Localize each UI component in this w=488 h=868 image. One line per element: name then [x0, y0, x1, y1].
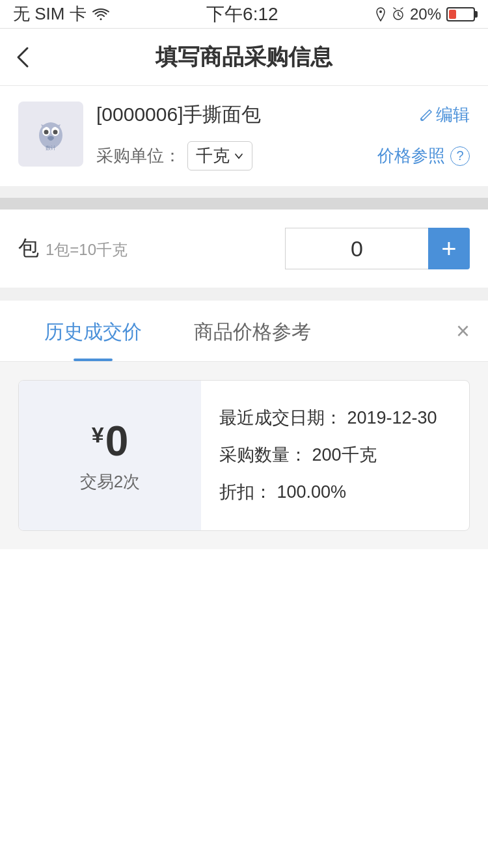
unit-row: 采购单位： 千克 价格参照 ? — [96, 141, 470, 170]
tab-close-button[interactable]: × — [456, 318, 470, 345]
svg-line-3 — [398, 15, 400, 16]
history-price-area: ¥ 0 交易2次 — [19, 381, 201, 530]
quantity-left: 包 1包=10千克 — [18, 234, 128, 263]
battery-indicator — [446, 7, 475, 21]
tab-product-price-label: 商品价格参考 — [194, 321, 311, 342]
svg-line-5 — [401, 8, 403, 9]
quantity-value: 0 — [351, 236, 363, 262]
history-details: 最近成交日期： 2019-12-30 采购数量： 200千克 折扣： 100.0… — [201, 381, 469, 530]
edit-label: 编辑 — [436, 103, 470, 126]
price-ref-button[interactable]: 价格参照 ? — [377, 144, 470, 167]
tab-section: 历史成交价 商品价格参考 × — [0, 301, 488, 362]
product-name: [0000006]手撕面包 — [96, 102, 261, 128]
history-card: ¥ 0 交易2次 最近成交日期： 2019-12-30 采购数量： 200千克 … — [18, 380, 470, 531]
price-ref-label: 价格参照 — [377, 144, 445, 167]
status-left: 无 SIM 卡 — [13, 3, 110, 25]
unit-select[interactable]: 千克 — [187, 141, 252, 170]
quantity-right: 0 + — [285, 228, 470, 269]
product-row: 数计 [0000006]手撕面包 编辑 采购单位： — [18, 102, 470, 170]
unit-label: 采购单位： — [96, 144, 181, 167]
product-logo: 数计 — [31, 115, 70, 154]
history-content: ¥ 0 交易2次 最近成交日期： 2019-12-30 采购数量： 200千克 … — [0, 362, 488, 549]
sim-label: 无 SIM 卡 — [13, 3, 87, 25]
currency-symbol: ¥ — [92, 422, 104, 448]
trade-count: 交易2次 — [80, 470, 140, 493]
tab-history-price[interactable]: 历史成交价 — [18, 301, 168, 361]
product-section: 数计 [0000006]手撕面包 编辑 采购单位： — [0, 86, 488, 186]
recent-date-value: 2019-12-30 — [347, 408, 437, 427]
purchase-qty-label: 采购数量： — [219, 445, 307, 465]
recent-date-label: 最近成交日期： — [219, 408, 342, 427]
quantity-unit-desc: 1包=10千克 — [46, 239, 128, 260]
status-bar: 无 SIM 卡 下午6:12 20% — [0, 0, 488, 29]
product-info: [0000006]手撕面包 编辑 采购单位： 千克 — [96, 102, 470, 170]
chevron-down-icon — [234, 151, 244, 161]
purchase-qty-row: 采购数量： 200千克 — [219, 441, 451, 469]
tab-product-price-ref[interactable]: 商品价格参考 — [168, 301, 337, 361]
page-title: 填写商品采购信息 — [156, 42, 332, 72]
battery-fill — [449, 10, 456, 19]
discount-row: 折扣： 100.00% — [219, 478, 451, 506]
edit-button[interactable]: 编辑 — [419, 103, 470, 126]
nav-bar: 填写商品采购信息 — [0, 29, 488, 86]
svg-text:数计: 数计 — [46, 145, 56, 151]
status-time: 下午6:12 — [206, 2, 278, 27]
unit-value: 千克 — [196, 144, 230, 167]
status-right: 20% — [375, 5, 475, 23]
quantity-unit: 包 — [18, 234, 39, 263]
svg-point-0 — [379, 10, 382, 13]
recent-date-row: 最近成交日期： 2019-12-30 — [219, 404, 451, 432]
quantity-section: 包 1包=10千克 0 + — [0, 210, 488, 288]
alarm-icon — [392, 7, 405, 21]
tab-history-label: 历史成交价 — [44, 321, 142, 342]
svg-point-10 — [53, 130, 58, 135]
bottom-space — [0, 549, 488, 868]
gray-divider — [0, 198, 488, 210]
quantity-plus-button[interactable]: + — [428, 228, 470, 269]
svg-line-4 — [394, 8, 396, 9]
location-icon — [375, 7, 386, 21]
purchase-qty-value: 200千克 — [312, 445, 377, 465]
plus-label: + — [441, 234, 456, 264]
price-number: 0 — [105, 417, 129, 465]
svg-point-11 — [47, 136, 54, 140]
product-name-row: [0000006]手撕面包 编辑 — [96, 102, 470, 128]
quantity-input[interactable]: 0 — [285, 228, 428, 269]
help-icon: ? — [450, 146, 470, 166]
battery-percent: 20% — [410, 5, 441, 23]
svg-point-9 — [44, 130, 49, 135]
history-price: ¥ 0 — [92, 417, 129, 465]
product-thumbnail: 数计 — [18, 102, 83, 167]
discount-label: 折扣： — [219, 482, 272, 502]
back-button[interactable] — [16, 46, 30, 69]
edit-icon — [419, 108, 433, 122]
wifi-icon — [92, 8, 110, 21]
discount-value: 100.00% — [277, 482, 347, 502]
